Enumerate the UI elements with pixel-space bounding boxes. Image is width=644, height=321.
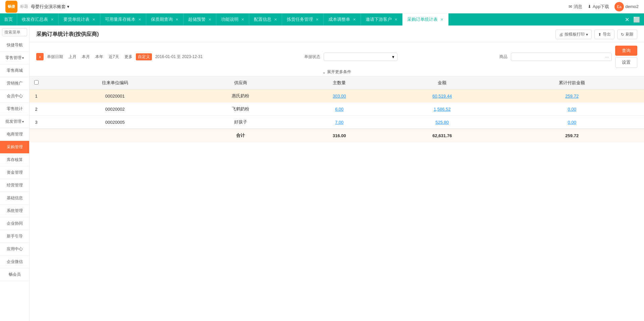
username-label: demo2 [625,4,639,9]
filter-actions: 查询 设置 [615,46,637,68]
sidebar-item-basic[interactable]: 基础信息 [0,192,29,205]
tab-shoufaqhuizong-close[interactable]: ✕ [51,17,54,22]
export-label: 导出 [603,32,611,37]
sidebar-item-retailstats[interactable]: 零售统计 [0,103,29,115]
refresh-label: 刷新 [626,32,634,37]
td-footer-amount: 62,631.76 [384,129,500,142]
tab-caigoudantj-close[interactable]: ✕ [440,17,443,22]
tab-peizhi-close[interactable]: ✕ [274,17,277,22]
sidebar-item-wholesale[interactable]: 批发管理 ▾ [0,115,29,128]
message-label: 消息 [574,4,582,10]
tab-yaohuodangtj-close[interactable]: ✕ [92,17,95,22]
tab-chengbentz-close[interactable]: ✕ [353,17,356,22]
td-code: 00020001 [43,90,187,103]
sidebar-item-purchase[interactable]: 采购管理 [0,141,29,154]
refresh-icon: ↻ [621,32,624,37]
th-supplier: 供应商 [187,76,294,90]
sidebar-item-newguide[interactable]: 新手引导 [0,230,29,243]
goods-filter-label: 商品 [499,54,507,60]
td-paid: 259.72 [500,90,644,103]
refresh-button[interactable]: ↻ 刷新 [617,30,637,39]
sidebar-item-quicknav[interactable]: 快捷导航 [0,39,29,52]
tab-chaochuyl[interactable]: 超储预警 ✕ [183,13,216,25]
download-icon: ⬇ [588,4,591,9]
tab-home[interactable]: 首页 [0,13,17,25]
avatar-initials: Ea [617,5,622,9]
sidebar-vip-label: 畅会员 [9,272,21,277]
expand-toggle[interactable]: › [36,53,44,60]
tab-chengbentz[interactable]: 成本调整单 ✕ [324,13,361,25]
logo: 畅捷 [5,1,17,13]
tab-shoufaqhuizong-label: 收发存汇总表 [22,16,48,22]
tab-shoufaqhuizong[interactable]: 收发存汇总表 ✕ [17,13,59,25]
sidebar-item-retail[interactable]: 零售管理 ▾ [0,52,29,64]
tab-yaoqingxiayou[interactable]: 邀请下游客户 ✕ [361,13,402,25]
th-paid: 累计付款金额 [500,76,644,90]
date-more[interactable]: 更多 [122,53,135,60]
sidebar-item-inventory[interactable]: 库存核算 [0,154,29,166]
tab-yaoqingxiayou-close[interactable]: ✕ [394,17,397,22]
tab-baogouqi[interactable]: 保质期查询 ✕ [146,13,183,25]
sidebar-item-vip[interactable]: 畅会员 [0,268,29,281]
td-supplier: 惠氏奶粉 [187,90,294,103]
tab-gongnengms[interactable]: 功能说明 ✕ [216,13,249,25]
sidebar-wholesale-label: 批发管理 [5,119,21,124]
expand-icon[interactable]: › [36,53,44,60]
message-button[interactable]: ✉ 消息 [569,4,582,10]
tab-peihuorenwu[interactable]: 拣货任务管理 ✕ [282,13,324,25]
date-prev-month[interactable]: 上月 [66,53,78,60]
export-button[interactable]: ⬆ 导出 [594,30,614,39]
sidebar-item-wechat[interactable]: 企业微信 [0,256,29,268]
tab-chaochuyl-close[interactable]: ✕ [208,17,211,22]
sidebar-finance-label: 资金管理 [7,170,23,175]
sidebar-item-enterprise[interactable]: 企业协同 [0,217,29,230]
select-all-checkbox[interactable] [34,80,39,85]
sidebar-item-retailshop[interactable]: 零售商城 [0,64,29,77]
breadcrumb-label: 标题 [20,4,28,9]
more-icon[interactable]: ··· [605,54,609,59]
workspace-selector[interactable]: 母婴行业演示账套 ▾ [31,4,69,10]
sidebar-item-ecommerce[interactable]: 电商管理 [0,128,29,141]
search-input[interactable] [2,28,27,36]
template-print-label: 按模板打印 [565,32,585,37]
goods-input[interactable] [514,54,605,59]
sidebar-item-member[interactable]: 会员中心 [0,90,29,103]
search-button[interactable]: 查询 [615,46,637,56]
app-download-button[interactable]: ⬇ App下载 [588,4,609,10]
sidebar-item-finance[interactable]: 资金管理 [0,166,29,179]
table-row: 2 00020002 飞鹤奶粉 6.00 1,586.52 0.00 [30,103,644,116]
expand-more-button[interactable]: ⌄ 展开更多条件 [322,69,351,75]
tab-yaohuodangtj[interactable]: 要货单统计表 ✕ [59,13,100,25]
close-tab-icon[interactable]: ✕ [624,15,631,24]
date-this-year[interactable]: 本年 [93,53,105,60]
sidebar-item-system[interactable]: 系统管理 [0,205,29,217]
restore-tab-icon[interactable]: ⬜ [632,15,641,24]
date-custom-badge[interactable]: 自定义 [136,53,152,60]
status-select[interactable]: ▾ [324,53,397,61]
tab-peihuorenwu-close[interactable]: ✕ [316,17,319,22]
date-this-month[interactable]: 本月 [80,53,92,60]
sidebar-retailstats-label: 零售统计 [7,106,23,111]
settings-button[interactable]: 设置 [615,57,637,68]
tab-peizhi[interactable]: 配置信息 ✕ [249,13,282,25]
tab-home-label: 首页 [4,16,13,22]
tab-baogouqi-label: 保质期查询 [151,16,173,22]
date-shortcuts: 上月 本月 本年 近7天 更多 自定义 [66,53,152,60]
filter-row-1: › 单据日期 上月 本月 本年 近7天 更多 自定义 2016-01-01 至 … [36,46,637,68]
tab-caigoudantj[interactable]: 采购订单统计表 ✕ [402,13,448,25]
tab-gongnengms-close[interactable]: ✕ [241,17,244,22]
filter-row-2: ⌄ 展开更多条件 [36,68,637,76]
td-qty: 7.00 [294,116,384,129]
sidebar-item-operation[interactable]: 经营管理 [0,179,29,192]
template-print-button[interactable]: 🖨 按模板打印 ▾ [555,30,592,39]
print-icon: 🖨 [559,32,563,37]
user-menu[interactable]: Ea demo2 [614,2,639,11]
status-filter-label: 单据状态 [304,54,320,60]
date-7days[interactable]: 近7天 [107,53,121,60]
tab-baogouqi-close[interactable]: ✕ [175,17,178,22]
tab-chengbentz-label: 成本调整单 [328,16,350,22]
tab-keyongliang-close[interactable]: ✕ [138,17,141,22]
tab-keyongliang[interactable]: 可用量库存账本 ✕ [100,13,146,25]
sidebar-item-marketing[interactable]: 营销推广 [0,77,29,90]
sidebar-item-appcenter[interactable]: 应用中心 [0,243,29,256]
